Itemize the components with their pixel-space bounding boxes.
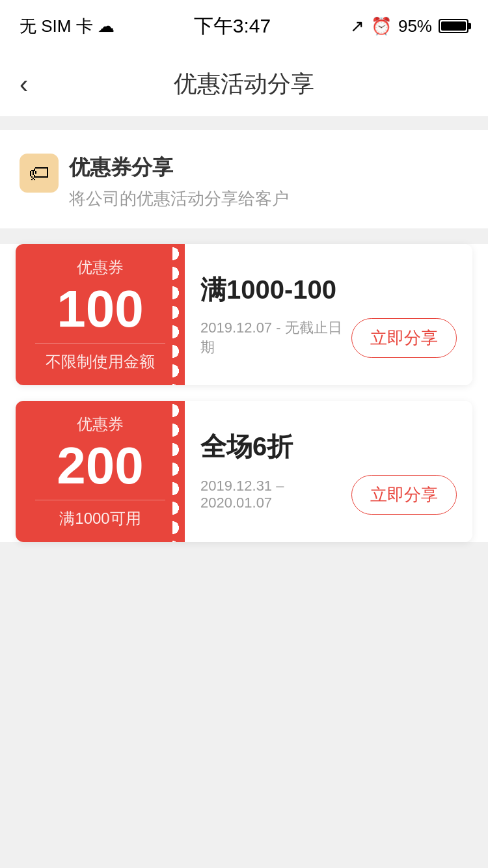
section-title: 优惠券分享 — [69, 154, 289, 182]
location-icon: ↗ — [350, 16, 364, 36]
coupon-condition-0: 不限制使用金额 — [46, 351, 155, 372]
coupon-footer-1: 2019.12.31 – 2020.01.07 立即分享 — [200, 475, 457, 515]
nav-bar: ‹ 优惠活动分享 — [0, 52, 488, 117]
coupon-left-1: 优惠券 200 满1000可用 — [16, 401, 185, 542]
coupon-date-1: 2019.12.31 – 2020.01.07 — [200, 478, 345, 511]
coupon-name-1: 全场6折 — [200, 429, 457, 465]
status-right: ↗ ⏰ 95% — [350, 16, 468, 36]
coupon-name-0: 满1000-100 — [200, 272, 457, 308]
share-button-1[interactable]: 立即分享 — [351, 475, 457, 515]
coupon-list: 优惠券 100 不限制使用金额 满1000-100 2019.12.07 - 无… — [0, 244, 488, 542]
coupon-divider-1 — [35, 500, 165, 500]
status-bar: 无 SIM 卡 ☁ 下午3:47 ↗ ⏰ 95% — [0, 0, 488, 52]
coupon-amount-1: 200 — [57, 440, 143, 492]
bottom-area — [0, 558, 488, 868]
share-button-0[interactable]: 立即分享 — [351, 318, 457, 358]
coupon-item: 优惠券 100 不限制使用金额 满1000-100 2019.12.07 - 无… — [16, 244, 472, 385]
coupon-left-0: 优惠券 100 不限制使用金额 — [16, 244, 185, 385]
battery-fill — [441, 21, 466, 31]
back-button[interactable]: ‹ — [20, 70, 28, 99]
section-text: 优惠券分享 将公司的优惠活动分享给客户 — [69, 154, 289, 210]
coupon-item: 优惠券 200 满1000可用 全场6折 2019.12.31 – 2020.0… — [16, 401, 472, 542]
page-title: 优惠活动分享 — [174, 68, 314, 100]
sim-signal: 无 SIM 卡 ☁ — [20, 15, 115, 38]
section-icon: 🏷 — [20, 154, 59, 193]
status-left: 无 SIM 卡 ☁ — [20, 15, 115, 38]
coupon-right-0: 满1000-100 2019.12.07 - 无截止日期 立即分享 — [185, 244, 472, 385]
coupon-date-0: 2019.12.07 - 无截止日期 — [200, 318, 345, 357]
coupon-condition-1: 满1000可用 — [59, 508, 141, 529]
coupon-footer-0: 2019.12.07 - 无截止日期 立即分享 — [200, 318, 457, 358]
coupon-amount-0: 100 — [57, 283, 143, 335]
coupon-divider-0 — [35, 343, 165, 344]
status-time: 下午3:47 — [194, 13, 271, 40]
coupon-type-1: 优惠券 — [77, 414, 124, 435]
coupon-right-1: 全场6折 2019.12.31 – 2020.01.07 立即分享 — [185, 401, 472, 542]
section-header: 🏷 优惠券分享 将公司的优惠活动分享给客户 — [0, 130, 488, 228]
coupon-type-0: 优惠券 — [77, 257, 124, 278]
battery-percent: 95% — [398, 16, 432, 36]
alarm-icon: ⏰ — [371, 16, 392, 36]
section-subtitle: 将公司的优惠活动分享给客户 — [69, 187, 289, 210]
battery-icon — [439, 19, 468, 33]
